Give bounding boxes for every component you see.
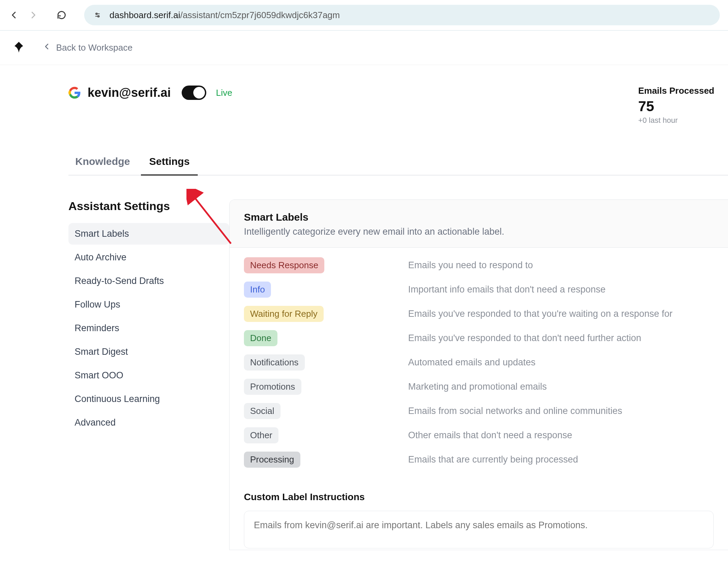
sidebar-item-smart-digest[interactable]: Smart Digest (68, 341, 229, 363)
sidebar-item-continuous-learning[interactable]: Continuous Learning (68, 388, 229, 410)
stat-sub: +0 last hour (638, 116, 714, 125)
toggle-knob (193, 87, 205, 99)
site-settings-icon[interactable] (93, 11, 102, 20)
back-to-workspace-label: Back to Workspace (56, 42, 133, 53)
app-topnav: Back to Workspace (0, 31, 728, 65)
label-chip-notifications[interactable]: Notifications (244, 354, 305, 370)
label-desc: Important info emails that don't need a … (408, 284, 606, 295)
sidebar-item-auto-archive[interactable]: Auto Archive (68, 247, 229, 268)
label-desc: Automated emails and updates (408, 357, 535, 368)
label-row: Needs ResponseEmails you need to respond… (244, 257, 714, 273)
custom-label-heading: Custom Label Instructions (244, 492, 714, 503)
account-email: kevin@serif.ai (88, 86, 171, 100)
label-row: DoneEmails you've responded to that don'… (244, 330, 714, 346)
label-chip-info[interactable]: Info (244, 282, 271, 298)
back-icon[interactable] (8, 9, 21, 21)
label-desc: Emails you've responded to that you're w… (408, 309, 673, 319)
smart-labels-panel: Smart Labels Intelligently categorize ev… (229, 199, 728, 550)
settings-sidebar: Assistant Settings Smart Labels Auto Arc… (68, 199, 229, 550)
stat-title: Emails Processed (638, 86, 714, 96)
label-desc: Emails that are currently being processe… (408, 454, 578, 465)
sidebar-item-reminders[interactable]: Reminders (68, 317, 229, 339)
back-to-workspace-link[interactable]: Back to Workspace (43, 42, 133, 53)
browser-chrome: dashboard.serif.ai/assistant/cm5zpr7j605… (0, 0, 728, 31)
stat-value: 75 (638, 98, 714, 115)
sidebar-item-smart-labels[interactable]: Smart Labels (68, 223, 229, 245)
sidebar-heading: Assistant Settings (68, 199, 229, 213)
sidebar-item-smart-ooo[interactable]: Smart OOO (68, 365, 229, 386)
label-row: ProcessingEmails that are currently bein… (244, 452, 714, 468)
sidebar-item-advanced[interactable]: Advanced (68, 412, 229, 433)
google-logo-icon (68, 87, 81, 99)
live-status-label: Live (216, 88, 232, 98)
page-content: kevin@serif.ai Live Emails Processed 75 … (0, 65, 728, 550)
forward-icon[interactable] (27, 9, 39, 21)
label-chip-promotions[interactable]: Promotions (244, 379, 301, 395)
panel-title: Smart Labels (244, 211, 714, 223)
custom-label-instructions-input[interactable] (244, 511, 714, 548)
label-chip-done[interactable]: Done (244, 330, 277, 346)
label-chip-social[interactable]: Social (244, 403, 281, 419)
label-chip-waiting-for-reply[interactable]: Waiting for Reply (244, 306, 324, 322)
tab-bar: Knowledge Settings (68, 156, 728, 176)
label-chip-processing[interactable]: Processing (244, 452, 300, 468)
tab-knowledge[interactable]: Knowledge (75, 156, 130, 175)
sidebar-item-ready-to-send-drafts[interactable]: Ready-to-Send Drafts (68, 270, 229, 292)
panel-subtitle: Intelligently categorize every new email… (244, 226, 714, 237)
label-row: NotificationsAutomated emails and update… (244, 354, 714, 370)
label-chip-needs-response[interactable]: Needs Response (244, 257, 324, 273)
tab-settings[interactable]: Settings (149, 156, 190, 175)
url-text: dashboard.serif.ai/assistant/cm5zpr7j605… (109, 10, 340, 21)
reload-icon[interactable] (55, 9, 68, 21)
labels-list: Needs ResponseEmails you need to respond… (230, 248, 728, 479)
label-row: PromotionsMarketing and promotional emai… (244, 379, 714, 395)
sidebar-item-follow-ups[interactable]: Follow Ups (68, 294, 229, 315)
live-toggle[interactable] (182, 86, 206, 100)
label-row: SocialEmails from social networks and on… (244, 403, 714, 419)
label-chip-other[interactable]: Other (244, 427, 278, 443)
label-desc: Other emails that don't need a response (408, 430, 572, 441)
label-row: Waiting for ReplyEmails you've responded… (244, 306, 714, 322)
label-desc: Emails you've responded to that don't ne… (408, 333, 641, 343)
custom-label-section: Custom Label Instructions (230, 479, 728, 550)
app-logo-icon (12, 41, 25, 55)
label-desc: Emails you need to respond to (408, 260, 533, 271)
label-desc: Emails from social networks and online c… (408, 406, 622, 416)
address-bar[interactable]: dashboard.serif.ai/assistant/cm5zpr7j605… (84, 5, 720, 25)
label-row: InfoImportant info emails that don't nee… (244, 282, 714, 298)
label-row: OtherOther emails that don't need a resp… (244, 427, 714, 443)
panel-header: Smart Labels Intelligently categorize ev… (230, 200, 728, 248)
emails-processed-stat: Emails Processed 75 +0 last hour (638, 86, 714, 125)
label-desc: Marketing and promotional emails (408, 381, 547, 392)
arrow-left-icon (43, 42, 51, 53)
account-header: kevin@serif.ai Live Emails Processed 75 … (68, 86, 728, 125)
